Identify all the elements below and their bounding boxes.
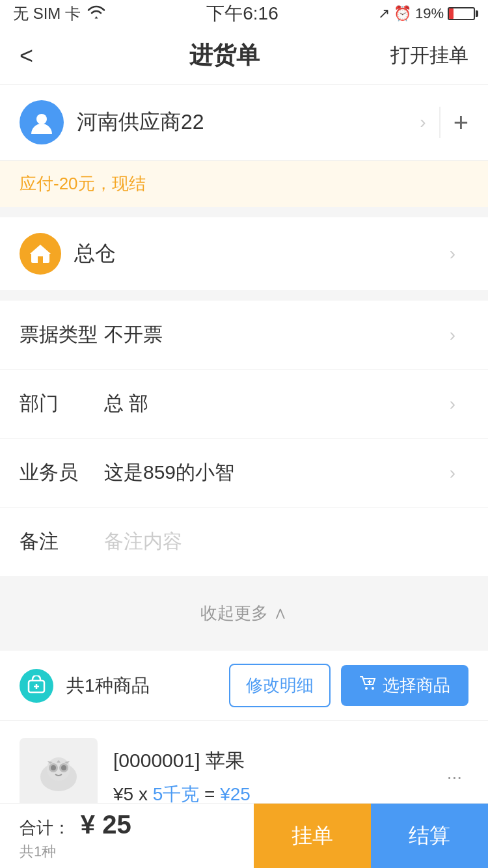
product-placeholder-icon	[36, 751, 81, 804]
product-name: [0000001] 苹果	[113, 748, 441, 774]
dept-chevron-icon: ›	[450, 394, 455, 414]
supplier-name: 河南供应商22	[77, 108, 420, 137]
page-title: 进货单	[189, 40, 260, 72]
quantity: 5千克	[153, 784, 200, 804]
salesperson-chevron-icon: ›	[450, 463, 455, 483]
edit-detail-button[interactable]: 修改明细	[229, 664, 331, 707]
svg-marker-2	[30, 245, 51, 254]
notice-bar: 应付-20元，现结	[0, 161, 488, 207]
supplier-avatar	[20, 100, 64, 144]
supplier-section: 河南供应商22 › + 应付-20元，现结	[0, 85, 488, 207]
cart-icon	[359, 675, 377, 696]
products-count: 共1种商品	[66, 673, 229, 698]
divider	[439, 107, 441, 138]
svg-point-15	[51, 765, 56, 770]
invoice-row[interactable]: 票据类型 不开票 ›	[0, 301, 488, 369]
dept-value: 总 部	[104, 390, 450, 417]
product-title: 苹果	[206, 750, 245, 771]
dept-label: 部门	[20, 390, 104, 417]
warehouse-name: 总仓	[74, 239, 450, 268]
supplier-row[interactable]: 河南供应商22 › +	[0, 85, 488, 161]
invoice-label: 票据类型	[20, 321, 104, 348]
form-section: 票据类型 不开票 › 部门 总 部 › 业务员 这是859的小智 › 备注 备注…	[0, 301, 488, 576]
content-area: 河南供应商22 › + 应付-20元，现结 总仓 › 票据类型 不开票	[0, 85, 488, 868]
svg-point-0	[36, 114, 47, 124]
svg-point-16	[61, 765, 66, 770]
status-time: 下午6:16	[206, 1, 278, 26]
remark-row[interactable]: 备注 备注内容	[0, 507, 488, 576]
total-amount: ¥ 25	[81, 810, 131, 839]
nav-bar: < 进货单 打开挂单	[0, 27, 488, 85]
products-header: 共1种商品 修改明细 选择商品	[0, 651, 488, 721]
invoice-value: 不开票	[104, 321, 450, 348]
salesperson-label: 业务员	[20, 459, 104, 486]
back-button[interactable]: <	[20, 42, 59, 70]
location-icon: ↗	[378, 5, 390, 22]
total-label: 合计：	[20, 818, 70, 837]
battery-percent: 19%	[415, 5, 444, 22]
total-count: 共1种	[20, 842, 234, 861]
product-more-button[interactable]: ···	[441, 760, 468, 794]
select-product-button[interactable]: 选择商品	[341, 665, 468, 706]
unit-price: ¥5 x	[113, 784, 153, 804]
select-product-label: 选择商品	[383, 674, 450, 697]
salesperson-row[interactable]: 业务员 这是859的小智 ›	[0, 438, 488, 507]
collapse-row[interactable]: 收起更多 ∧	[0, 586, 488, 640]
battery-icon	[448, 7, 475, 20]
subtotal: ¥25	[220, 784, 251, 804]
carrier-text: 无 SIM 卡	[13, 3, 81, 24]
notice-text: 应付-20元，现结	[20, 174, 146, 193]
svg-rect-3	[38, 256, 43, 263]
warehouse-chevron-icon: ›	[450, 243, 455, 264]
collapse-label: 收起更多 ∧	[200, 602, 287, 625]
invoice-chevron-icon: ›	[450, 325, 455, 346]
products-icon	[20, 669, 53, 703]
bottom-bar: 合计： ¥ 25 共1种 挂单 结算	[0, 803, 488, 868]
svg-point-7	[365, 687, 368, 690]
status-bar: 无 SIM 卡 下午6:16 ↗ ⏰ 19%	[0, 0, 488, 27]
warehouse-row[interactable]: 总仓 ›	[0, 217, 488, 290]
open-hang-button[interactable]: 打开挂单	[390, 42, 468, 69]
svg-point-8	[372, 687, 374, 690]
warehouse-section[interactable]: 总仓 ›	[0, 217, 488, 290]
dept-row[interactable]: 部门 总 部 ›	[0, 369, 488, 438]
add-button[interactable]: +	[454, 108, 468, 137]
total-section: 合计： ¥ 25 共1种	[0, 810, 254, 861]
remark-input[interactable]: 备注内容	[104, 528, 468, 555]
supplier-chevron-icon: ›	[420, 112, 426, 133]
warehouse-icon	[20, 233, 61, 275]
remark-label: 备注	[20, 528, 104, 555]
hang-button[interactable]: 挂单	[254, 804, 371, 869]
equals: =	[204, 784, 220, 804]
alarm-icon: ⏰	[394, 5, 411, 22]
settle-button[interactable]: 结算	[371, 804, 488, 869]
salesperson-value: 这是859的小智	[104, 459, 450, 486]
wifi-icon	[86, 5, 107, 23]
product-info: [0000001] 苹果 ¥5 x 5千克 = ¥25	[113, 748, 441, 807]
product-code: [0000001]	[113, 750, 206, 771]
